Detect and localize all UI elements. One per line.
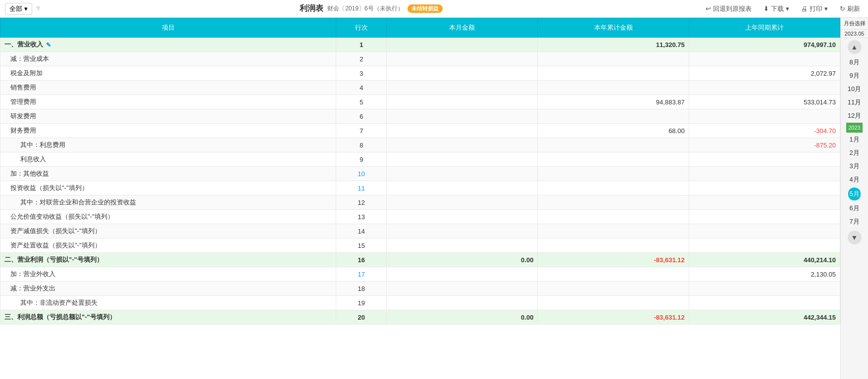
cell-prev: 533,014.73 [689, 95, 840, 109]
cell-prev [689, 152, 840, 167]
cell-item: 公允价值变动收益（损失以"-"填列） [0, 210, 336, 224]
report-table: 项目 行次 本月金额 本年累计金额 上年同期累计 一、营业收入✎111,320.… [0, 18, 840, 325]
cell-month [387, 38, 538, 52]
cell-month [387, 267, 538, 282]
cell-prev: 2,130.05 [689, 267, 840, 282]
cell-item: 其中：利息费用 [0, 138, 336, 152]
cell-year [538, 238, 689, 253]
table-row: 减：营业外支出18 [0, 282, 840, 296]
month-item[interactable]: 9月 [846, 69, 862, 83]
table-row: 加：其他收益10 [0, 167, 840, 181]
col-header-prev: 上年同期累计 [689, 18, 840, 38]
cell-prev: 440,214.10 [689, 253, 840, 267]
cell-row-num: 1 [336, 38, 387, 52]
cell-item: 研发费用 [0, 109, 336, 124]
cell-month [387, 282, 538, 296]
cell-month [387, 210, 538, 224]
edit-icon[interactable]: ✎ [46, 42, 53, 48]
download-icon: ⬇ [764, 5, 769, 12]
cell-row-num: 13 [336, 210, 387, 224]
cell-prev [689, 81, 840, 95]
question-icon[interactable]: ? [36, 5, 40, 12]
col-header-item: 项目 [0, 18, 336, 38]
print-button[interactable]: 🖨 打印 ▾ [798, 2, 831, 15]
cell-item: 销售费用 [0, 81, 336, 95]
cell-year [538, 109, 689, 124]
cell-year [538, 138, 689, 152]
cell-year [538, 52, 689, 66]
cell-prev [689, 210, 840, 224]
main-content: 项目 行次 本月金额 本年累计金额 上年同期累计 一、营业收入✎111,320.… [0, 18, 868, 379]
table-row: 公允价值变动收益（损失以"-"填列）13 [0, 210, 840, 224]
refresh-icon: ↻ [840, 5, 845, 12]
nav-up-button[interactable]: ▲ [848, 40, 862, 54]
back-button[interactable]: ↩ 回退到原报表 [703, 2, 755, 15]
cell-month: 0.00 [387, 253, 538, 267]
cell-prev [689, 52, 840, 66]
cell-prev [689, 296, 840, 310]
cell-prev [689, 109, 840, 124]
cell-year: -83,631.12 [538, 253, 689, 267]
month-item[interactable]: 10月 [846, 83, 862, 96]
cell-item: 管理费用 [0, 95, 336, 109]
cell-prev [689, 282, 840, 296]
month-item[interactable]: 7月 [846, 215, 862, 229]
cell-month [387, 95, 538, 109]
month-item[interactable]: 2023 [846, 123, 862, 133]
cell-year: 68.00 [538, 124, 689, 138]
cell-month [387, 181, 538, 195]
month-item[interactable]: 2月 [846, 146, 862, 160]
table-row: 二、营业利润（亏损以"-"号填列）160.00-83,631.12440,214… [0, 253, 840, 267]
cell-year: -83,631.12 [538, 310, 689, 325]
cell-row-num: 20 [336, 310, 387, 325]
month-item[interactable]: 12月 [846, 109, 862, 123]
refresh-button[interactable]: ↻ 刷新 [837, 2, 863, 15]
report-subtitle: 财会〔2019〕6号（未执行） [327, 4, 403, 13]
month-item[interactable]: 11月 [846, 96, 862, 109]
month-item[interactable]: 4月 [846, 173, 862, 187]
cell-year: 94,883.87 [538, 95, 689, 109]
cell-item: 财务费用 [0, 124, 336, 138]
month-item[interactable]: 6月 [846, 202, 862, 215]
cell-month: 0.00 [387, 310, 538, 325]
cell-year [538, 267, 689, 282]
month-item[interactable]: 1月 [846, 133, 862, 146]
month-item[interactable]: 3月 [846, 160, 862, 173]
cell-item: 加：其他收益 [0, 167, 336, 181]
top-bar-right: ↩ 回退到原报表 ⬇ 下载 ▾ 🖨 打印 ▾ ↻ 刷新 [703, 2, 863, 15]
cell-row-num: 3 [336, 66, 387, 81]
cell-prev: 974,997.10 [689, 38, 840, 52]
cell-month [387, 109, 538, 124]
cell-row-num: 8 [336, 138, 387, 152]
cell-row-num: 12 [336, 195, 387, 210]
table-row: 三、利润总额（亏损总额以"-"号填列）200.00-83,631.12442,3… [0, 310, 840, 325]
cell-row-num: 7 [336, 124, 387, 138]
cell-year [538, 181, 689, 195]
cell-row-num: 11 [336, 181, 387, 195]
cell-prev: 2,072.97 [689, 66, 840, 81]
cell-month [387, 66, 538, 81]
chevron-down-icon: ▾ [824, 5, 828, 12]
month-item[interactable]: 5月 [848, 188, 860, 201]
cell-month [387, 224, 538, 238]
cell-year [538, 296, 689, 310]
status-badge: 未结转损益 [408, 4, 443, 13]
cell-item: 资产减值损失（损失以"-"填列） [0, 224, 336, 238]
month-item[interactable]: 8月 [846, 56, 862, 69]
category-dropdown[interactable]: 全部 ▾ [5, 3, 32, 15]
cell-row-num: 17 [336, 267, 387, 282]
category-label: 全部 [9, 4, 22, 13]
cell-month [387, 195, 538, 210]
download-button[interactable]: ⬇ 下载 ▾ [761, 2, 792, 15]
chevron-down-icon: ▾ [24, 5, 28, 12]
cell-row-num: 18 [336, 282, 387, 296]
cell-item: 利息收入 [0, 152, 336, 167]
table-row: 销售费用4 [0, 81, 840, 95]
cell-year [538, 66, 689, 81]
cell-prev [689, 238, 840, 253]
top-bar: 全部 ▾ ? 利润表 财会〔2019〕6号（未执行） 未结转损益 ↩ 回退到原报… [0, 0, 868, 18]
table-row: 其中：对联营企业和合营企业的投资收益12 [0, 195, 840, 210]
cell-item: 一、营业收入✎ [0, 38, 336, 52]
table-row: 税金及附加32,072.97 [0, 66, 840, 81]
nav-down-button[interactable]: ▼ [848, 231, 862, 244]
